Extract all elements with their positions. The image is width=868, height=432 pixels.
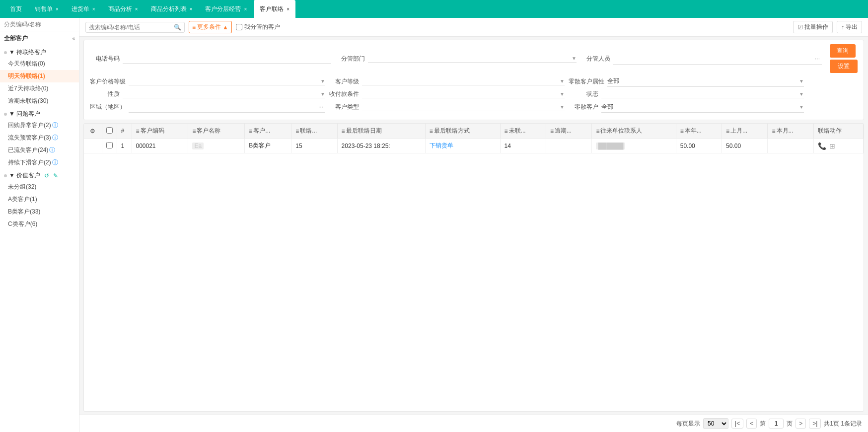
th-settings[interactable]: ⚙	[84, 124, 102, 139]
close-icon-purchase[interactable]: ×	[92, 6, 95, 12]
row-checkbox[interactable]	[106, 142, 113, 148]
dept-select[interactable]: ▼	[368, 55, 577, 63]
sidebar-item-ungrouped[interactable]: 未分组(32)	[0, 181, 79, 193]
batch-operation-btn[interactable]: ☑ 批量操作	[793, 21, 833, 33]
phone-action-icon[interactable]: 📞	[818, 142, 826, 150]
nav-product-analysis[interactable]: 商品分析 ×	[102, 0, 144, 18]
info-icon-3: ⓘ	[49, 146, 55, 154]
nav-product-analysis-list[interactable]: 商品分析列表 ×	[145, 0, 199, 18]
sidebar-item-repurchase-abnormal[interactable]: 回购异常客户(2) ⓘ	[0, 119, 79, 132]
last-contact-link[interactable]: 下销货单	[430, 142, 453, 149]
td-uncontacted: 14	[500, 139, 546, 153]
payment-select[interactable]: ▼	[362, 90, 565, 98]
action-icons-container: 📞 ⊞	[818, 142, 859, 150]
page-input[interactable]	[769, 419, 784, 429]
last-page-btn[interactable]: >|	[809, 419, 821, 429]
th-unit-contact: ≡ 往来单位联系人	[592, 124, 676, 139]
filter-customer-grade: 客户等级 ▼	[329, 77, 569, 86]
manager-select[interactable]: ···	[613, 53, 822, 65]
prev-page-btn[interactable]: <	[746, 419, 757, 429]
main-search-icon[interactable]: 🔍	[174, 24, 181, 31]
td-contacts: 15	[291, 139, 337, 153]
customer-grade-select[interactable]: ▼	[362, 77, 565, 85]
next-page-btn[interactable]: >	[796, 419, 806, 429]
filter-nature: 性质 ▼	[90, 90, 329, 98]
table-container: ⚙ # ≡ 客户编码	[83, 123, 864, 412]
filter-scattered-customer: 零散客户 全部 ▼	[569, 102, 808, 113]
sidebar-item-lost-customers[interactable]: 已流失客户(24) ⓘ	[0, 144, 79, 156]
customer-type-select[interactable]: ▼	[362, 103, 565, 111]
sidebar-search-input[interactable]	[4, 21, 78, 28]
more-conditions-btn[interactable]: ≡ 更多条件 ▲	[189, 21, 232, 33]
filter-row-2: 客户价格等级 ▼ 客户等级 ▼ 零散客户属性 全部	[90, 76, 858, 87]
sidebar-item-c-class[interactable]: C类客户(6)	[0, 218, 79, 230]
manager-more-icon[interactable]: ···	[813, 54, 822, 63]
filter-panel: 电话号码 分管部门 ▼ 分管人员 ···	[83, 40, 864, 120]
phone-input[interactable]	[123, 54, 331, 64]
sidebar-item-b-class[interactable]: B类客户(33)	[0, 206, 79, 218]
manager-label: 分管人员	[580, 55, 610, 63]
filter-row-1: 电话号码 分管部门 ▼ 分管人员 ···	[90, 44, 858, 73]
info-icon-4: ⓘ	[52, 158, 58, 167]
th-this-month: ≡ 本月...	[768, 124, 813, 139]
first-page-btn[interactable]: |<	[731, 419, 743, 429]
payment-chevron-icon: ▼	[560, 91, 565, 97]
edit-icon-value[interactable]: ✎	[53, 172, 58, 179]
price-grade-label: 客户价格等级	[90, 77, 126, 86]
sidebar-item-7days-contact[interactable]: 近7天待联络(0)	[0, 82, 79, 95]
refresh-icon-value[interactable]: ↺	[44, 172, 49, 179]
close-icon-product-list[interactable]: ×	[190, 6, 193, 12]
sidebar-item-declining-customers[interactable]: 持续下滑客户(2) ⓘ	[0, 156, 79, 169]
th-contacts: ≡ 联络...	[291, 124, 337, 139]
scattered-customer-select[interactable]: 全部 ▼	[601, 102, 804, 113]
toolbar: 🔍 ≡ 更多条件 ▲ 我分管的客户 ☑ 批量操作 ↑ 导出	[79, 18, 868, 37]
th-code: ≡ 客户编码	[132, 124, 188, 139]
query-button[interactable]: 查询	[830, 44, 856, 58]
main-search-box: 🔍	[85, 22, 185, 33]
close-icon-tier[interactable]: ×	[244, 6, 247, 12]
nav-purchase[interactable]: 进货单 ×	[66, 0, 101, 18]
grid-action-icon[interactable]: ⊞	[829, 142, 835, 150]
sidebar-item-overdue-contact[interactable]: 逾期未联络(30)	[0, 95, 79, 107]
main-search-input[interactable]	[89, 24, 172, 31]
per-page-select[interactable]: 50 100 200	[703, 418, 728, 429]
sidebar-item-today-contact[interactable]: 今天待联络(0)	[0, 58, 79, 70]
nature-chevron-icon: ▼	[320, 91, 325, 97]
td-last-contact-method[interactable]: 下销货单	[425, 139, 500, 153]
my-customers-checkbox[interactable]	[236, 24, 242, 30]
all-customers-header[interactable]: 全部客户 «	[0, 31, 79, 46]
td-last-contact-date: 2023-05-23 18:25:	[337, 139, 425, 153]
nav-home[interactable]: 首页	[4, 0, 28, 18]
td-name: Ea	[188, 139, 245, 153]
sidebar-item-a-class[interactable]: A类客户(1)	[0, 193, 79, 206]
nature-label: 性质	[90, 90, 120, 98]
select-all-checkbox[interactable]	[106, 127, 113, 134]
filter-row-4: 区域（地区） ··· 客户类型 ▼ 零散客户 全部	[90, 101, 858, 113]
sidebar-item-tomorrow-contact[interactable]: 明天待联络(1)	[0, 70, 79, 82]
region-more-icon[interactable]: ···	[316, 102, 325, 111]
price-grade-select[interactable]: ▼	[129, 77, 325, 85]
region-select[interactable]: ···	[129, 101, 325, 113]
reset-button[interactable]: 设置	[830, 60, 858, 73]
main-layout: 🔍 全部客户 « ▼ 待联络客户 今天待联络(0) 明天待联络(1) 近7天待联…	[0, 18, 868, 432]
th-type: ≡ 客户...	[245, 124, 291, 139]
my-customers-checkbox-container[interactable]: 我分管的客户	[236, 23, 280, 31]
sidebar-item-churn-warning[interactable]: 流失预警客户(3) ⓘ	[0, 132, 79, 144]
payment-label: 收付款条件	[329, 90, 359, 98]
close-icon-sales[interactable]: ×	[56, 6, 59, 12]
th-last-month: ≡ 上月...	[722, 124, 768, 139]
nature-select[interactable]: ▼	[123, 90, 325, 98]
nav-customer-contact[interactable]: 客户联络 ×	[254, 0, 295, 18]
nav-sales[interactable]: 销售单 ×	[29, 0, 65, 18]
td-checkbox	[102, 139, 117, 153]
close-icon-contact[interactable]: ×	[287, 6, 289, 12]
filter-scattered-attr: 零散客户属性 全部 ▼	[569, 76, 808, 87]
export-btn[interactable]: ↑ 导出	[837, 21, 862, 33]
nav-customer-tier[interactable]: 客户分层经营 ×	[199, 0, 253, 18]
filter-row-3: 性质 ▼ 收付款条件 ▼ 状态	[90, 90, 858, 98]
scattered-attr-select[interactable]: 全部 ▼	[607, 76, 804, 87]
close-icon-product-analysis[interactable]: ×	[135, 6, 138, 12]
settings-icon[interactable]: ⚙	[90, 128, 95, 135]
td-last-month: 50.00	[722, 139, 768, 153]
status-select[interactable]: ▼	[601, 90, 804, 98]
